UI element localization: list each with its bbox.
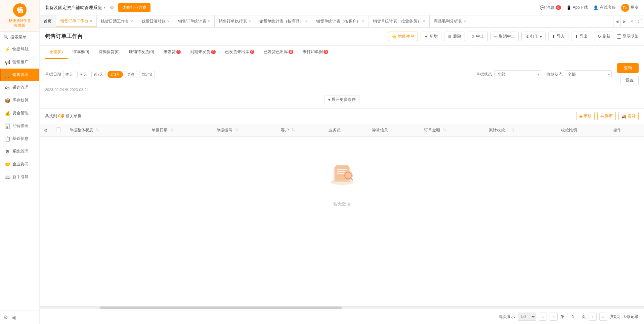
sidebar-item-marketing[interactable]: 📢 营销推广	[0, 56, 39, 69]
prev-page-btn[interactable]: ‹	[550, 313, 558, 321]
tab-cash-reconcile[interactable]: 钱货日清对账 ✕	[137, 15, 174, 27]
first-page-btn[interactable]: «	[539, 313, 547, 321]
add-button[interactable]: ＋ 新增	[421, 32, 441, 41]
page-size-select[interactable]: 50 20 100	[518, 313, 536, 321]
date-btn-custom[interactable]: 自定义	[139, 71, 155, 78]
tab-close-cash-reconcile[interactable]: ✕	[167, 19, 170, 23]
tab-cash-daily[interactable]: 钱货日清工作台 ✕	[97, 15, 137, 27]
show-detail-checkbox[interactable]	[617, 34, 621, 39]
subtab-overdue-not-shipped[interactable]: 到期未发货0	[185, 46, 220, 59]
sidebar-item-operation[interactable]: 📊 经营管理	[0, 120, 39, 132]
tab-close-sales-stats[interactable]: ✕	[208, 19, 210, 23]
tab-sales-stats-product[interactable]: 销货单统计表（按商品） ✕	[255, 15, 312, 27]
tab-sales-stats[interactable]: 销售订单统计表 ✕	[174, 15, 215, 27]
smart-create-button[interactable]: ⭐ 智能生单	[388, 32, 418, 41]
import-button[interactable]: ⬇ 导入	[548, 32, 568, 41]
query-button[interactable]: 查询	[617, 63, 639, 73]
phone-icon: 📱	[566, 5, 571, 10]
date-btn-today[interactable]: 今天	[77, 71, 89, 78]
tab-close-sales-workbench[interactable]: ✕	[90, 19, 92, 23]
tab-sales-stats-staff[interactable]: 销货单统计表（按业务员） ✕	[369, 15, 430, 27]
print-arrow-icon: ▾	[540, 34, 542, 39]
date-btn-yesterday[interactable]: 昨天	[63, 71, 75, 78]
tab-sales-workbench[interactable]: 销售订单工作台 ✕	[56, 15, 97, 27]
sort-collected-icon[interactable]: ⇅	[511, 128, 514, 132]
col-collected: 累计收款... ⇅	[485, 124, 557, 137]
tab-sales-execute[interactable]: 销售订单执行表 ✕	[215, 15, 255, 27]
tab-close-sales-stats-staff[interactable]: ✕	[423, 19, 425, 23]
subtab-not-shipped[interactable]: 未发货0	[159, 46, 186, 59]
sidebar-item-system[interactable]: ⚙ 系统管理	[0, 145, 39, 158]
sidebar-item-guide[interactable]: 📖 新手引导	[0, 171, 39, 184]
tab-prev-arrow[interactable]: ◀	[613, 15, 620, 27]
sidebar-search[interactable]: 🔍 搜索菜单	[0, 32, 39, 43]
tab-close-sales-stats-customer[interactable]: ✕	[362, 19, 364, 23]
purchase-icon: 🛍	[4, 85, 10, 91]
sort-date-icon[interactable]: ⇅	[170, 128, 173, 132]
subtab-not-printed[interactable]: 未打印单据0	[298, 46, 333, 59]
tab-home[interactable]: 首页	[40, 15, 56, 27]
sidebar-item-enterprise[interactable]: 🤝 企业协同	[0, 158, 39, 171]
print-button[interactable]: 🖨 打印 ▾	[521, 32, 546, 41]
delete-button[interactable]: 🗑 删除	[444, 32, 465, 41]
tab-close-sales-stats-product[interactable]: ✕	[305, 19, 308, 23]
status-select[interactable]: 全部	[494, 70, 541, 78]
refresh-button[interactable]: ↻ 刷新	[594, 32, 614, 41]
filter-settings-button[interactable]: 设置	[620, 75, 639, 85]
last-page-btn[interactable]: »	[599, 313, 607, 321]
next-page-btn[interactable]: ›	[589, 313, 597, 321]
app-download-item[interactable]: 📱 App下载	[566, 5, 588, 10]
topbar-settings-icon[interactable]: ⚙	[110, 4, 114, 11]
sidebar-item-purchase[interactable]: 🛍 采购管理	[0, 81, 39, 94]
settings-bottom-icon[interactable]: ⚙	[3, 314, 8, 321]
sort-customer-icon[interactable]: ⇅	[292, 128, 295, 132]
collapse-icon[interactable]: ◀	[11, 314, 15, 321]
tab-gross-profit[interactable]: 商品毛利分析表 ✕	[430, 15, 470, 27]
subtab-shipped-not-out[interactable]: 已发货未出库0	[220, 46, 259, 59]
date-btn-1month[interactable]: 近1月	[108, 71, 123, 78]
export-button[interactable]: ⬆ 导出	[571, 32, 591, 41]
subtab-shipped-out[interactable]: 已发货已出库0	[259, 46, 298, 59]
scrollbar-area[interactable]	[40, 306, 644, 309]
message-item[interactable]: 💬 消息 6	[540, 5, 561, 10]
ship-action-btn[interactable]: 🚚 发货	[618, 112, 639, 120]
review-action-btn[interactable]: ◉ 审核	[576, 112, 595, 120]
expand-button[interactable]: ▾ 展开更多条件	[325, 95, 359, 104]
sidebar-item-inventory[interactable]: 📦 库存核算	[0, 94, 39, 107]
subtab-pending-review[interactable]: 待审核(0)	[68, 46, 94, 59]
sort-amount-icon[interactable]: ⇅	[443, 128, 446, 132]
trial-button[interactable]: 体验行业方案	[118, 3, 151, 12]
cancel-review-action-btn[interactable]: ◎ 弃审	[597, 112, 616, 120]
date-btn-more[interactable]: 更多	[125, 71, 137, 78]
tab-close-cash-daily[interactable]: ✕	[130, 19, 133, 23]
col-settings-icon[interactable]: ⚙	[44, 128, 48, 133]
date-btn-7days[interactable]: 近7天	[91, 71, 105, 78]
tab-close-all[interactable]: ✕	[628, 15, 636, 27]
sidebar-item-sales[interactable]: 🛒 销售管理	[0, 69, 39, 81]
select-all-checkbox[interactable]	[56, 127, 61, 132]
sidebar-item-basic[interactable]: 📋 基础信息	[0, 132, 39, 145]
col-ratio: 收款比例	[557, 124, 609, 137]
subtab-wangpu-pending[interactable]: 旺铺待发货(0)	[124, 46, 159, 59]
user-item[interactable]: Ea 用友	[621, 4, 639, 12]
sidebar-item-nav[interactable]: ⚡ 快捷导航	[0, 43, 39, 56]
tab-expand-icon[interactable]: ⛶	[636, 15, 644, 27]
subtab-all[interactable]: 全部(0)	[45, 46, 68, 59]
scrollbar-thumb[interactable]	[100, 307, 342, 309]
cancel-stop-button[interactable]: ↩ 取消中止	[490, 32, 519, 41]
tab-next-arrow[interactable]: ▶	[620, 15, 628, 27]
payment-select[interactable]: 全部	[565, 70, 612, 78]
online-service-item[interactable]: 👤 在线客服	[593, 5, 616, 10]
sort-number-icon[interactable]: ⇅	[235, 128, 238, 132]
sidebar-item-finance[interactable]: 💰 资金管理	[0, 107, 39, 120]
col-checkbox	[52, 124, 65, 137]
page-input[interactable]	[567, 313, 579, 320]
tab-close-gross-profit[interactable]: ✕	[463, 19, 466, 23]
subtab-pending-check[interactable]: 待拣验货(0)	[94, 46, 124, 59]
sort-status-icon[interactable]: ⇅	[96, 128, 99, 132]
enterprise-icon: 🤝	[4, 161, 10, 167]
show-detail-label[interactable]: 显示明细	[617, 34, 639, 39]
stop-button[interactable]: ⊘ 中止	[468, 32, 488, 41]
tab-close-sales-execute[interactable]: ✕	[248, 19, 251, 23]
tab-sales-stats-customer[interactable]: 销货单统计表（按客户） ✕	[312, 15, 369, 27]
